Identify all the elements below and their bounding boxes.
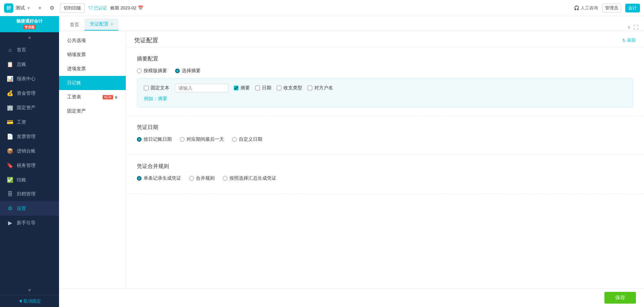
settings-button[interactable]: ⚙ — [47, 3, 57, 13]
trading-icon: 📦 — [7, 148, 13, 154]
journal-date-option[interactable]: 按日记账日期 — [137, 136, 172, 142]
left-nav-payroll[interactable]: 工资表 NEW ∨ — [59, 90, 126, 104]
abstract-option[interactable]: 摘要 — [234, 85, 250, 91]
sidebar-item-ledger[interactable]: 📋 总账 — [0, 57, 59, 72]
counterparty-checkbox[interactable] — [308, 86, 312, 90]
sidebar-item-invoice[interactable]: 📄 发票管理 — [0, 129, 59, 144]
tab-close-icon[interactable]: × — [111, 22, 113, 27]
close-window-button[interactable]: × — [628, 25, 631, 31]
income-type-option[interactable]: 收支类型 — [277, 85, 302, 91]
home-icon: ⌂ — [7, 47, 13, 53]
consult-button[interactable]: 🎧 人工咨询 — [574, 5, 598, 11]
topbar-icons: + ⚙ — [35, 3, 57, 13]
cancel-fixed-button[interactable]: ◀ 取消固定 — [0, 295, 59, 307]
guide-icon: ▶ — [7, 220, 13, 226]
settings-icon: ⚙ — [7, 205, 13, 212]
income-type-checkbox[interactable] — [277, 86, 281, 90]
topbar: 好 测试 ▼ + ⚙ 切到旧版 🛡 已认证 账期 2023-02 📅 🎧 人工咨… — [0, 0, 644, 16]
select-abstract-option[interactable]: 选择摘要 — [175, 68, 201, 74]
shield-icon: 🛡 — [88, 5, 93, 10]
capital-icon: 💰 — [7, 90, 13, 96]
sidebar-scroll-up[interactable]: ▲ — [0, 32, 59, 42]
page-title: 凭证配置 — [134, 36, 158, 44]
sidebar-item-assets[interactable]: 🏢 固定资产 — [0, 100, 59, 115]
selected-summary-option[interactable]: 按照选择汇总生成凭证 — [223, 175, 276, 181]
sidebar-item-home[interactable]: ⌂ 首页 — [0, 43, 59, 57]
accountant-button[interactable]: 会计 — [625, 4, 640, 12]
voucher-date-title: 凭证日期 — [137, 124, 633, 131]
counterparty-option[interactable]: 对方户名 — [308, 85, 333, 91]
sidebar-item-archive[interactable]: 🗄 归档管理 — [0, 187, 59, 201]
fixed-text-input[interactable] — [175, 84, 228, 92]
headset-icon: 🎧 — [574, 5, 579, 10]
page-header: 凭证配置 ↻ 刷新 — [126, 31, 644, 47]
last-day-radio[interactable] — [180, 137, 184, 142]
single-record-radio[interactable] — [137, 176, 142, 181]
tab-home[interactable]: 首页 — [64, 19, 85, 31]
sidebar-logo: 畅捷通好会计 专业版 — [0, 16, 59, 32]
merge-rule-radio[interactable] — [189, 176, 194, 181]
select-abstract-radio[interactable] — [175, 69, 180, 73]
right-content: 凭证配置 ↻ 刷新 摘要配置 按模版摘要 — [126, 31, 644, 288]
left-nav-purchase[interactable]: 进项发票 — [59, 62, 126, 76]
tax-icon: 🔖 — [7, 162, 13, 169]
sidebar-item-settings[interactable]: ⚙ 设置 — [0, 201, 59, 216]
sidebar-item-tax[interactable]: 🔖 税务管理 — [0, 158, 59, 173]
merge-rule-option[interactable]: 合并规则 — [189, 175, 215, 181]
switch-old-button[interactable]: 切到旧版 — [60, 3, 85, 13]
manager-button[interactable]: 管理员 — [602, 4, 621, 12]
sidebar: 畅捷通好会计 专业版 ▲ ⌂ 首页 📋 总账 📊 报表中心 💰 资金管理 — [0, 16, 59, 307]
sidebar-scroll-down[interactable]: ▼ — [0, 286, 59, 295]
custom-date-radio[interactable] — [232, 137, 237, 142]
date-checkbox[interactable] — [255, 86, 260, 90]
bottom-bar: 保存 — [59, 288, 644, 307]
left-nav-journal[interactable]: 日记账 — [59, 76, 126, 90]
last-day-option[interactable]: 对应期间最后一天 — [180, 136, 224, 142]
tab-voucher-config[interactable]: 凭证配置 × — [85, 18, 118, 31]
company-selector[interactable]: 好 测试 ▼ — [4, 3, 31, 13]
save-button[interactable]: 保存 — [604, 292, 636, 304]
date-option[interactable]: 日期 — [255, 85, 271, 91]
fixed-text-checkbox[interactable] — [144, 86, 149, 90]
sidebar-item-capital[interactable]: 💰 资金管理 — [0, 86, 59, 100]
abstract-section-title: 摘要配置 — [137, 55, 633, 62]
sidebar-item-trading[interactable]: 📦 进销台账 — [0, 144, 59, 158]
abstract-config-row: 固定文本 摘要 日期 — [144, 84, 626, 92]
refresh-button[interactable]: ↻ 刷新 — [622, 37, 636, 43]
company-name: 测试 — [15, 5, 25, 11]
sidebar-item-salary[interactable]: 💳 工资 — [0, 115, 59, 129]
merge-rules-title: 凭证合并规则 — [137, 163, 633, 170]
company-logo-icon: 好 — [4, 3, 13, 13]
tabs-bar: 首页 凭证配置 × × ⛶ — [59, 16, 644, 31]
left-nav-sales[interactable]: 销项发票 — [59, 48, 126, 62]
template-abstract-option[interactable]: 按模版摘要 — [137, 68, 167, 74]
sidebar-item-reports[interactable]: 📊 报表中心 — [0, 72, 59, 86]
voucher-date-radio-group: 按日记账日期 对应期间最后一天 自定义日期 — [137, 136, 633, 142]
checkout-icon: ✅ — [7, 177, 13, 183]
selected-summary-radio[interactable] — [223, 176, 227, 181]
left-nav-public[interactable]: 公共选项 — [59, 34, 126, 48]
abstract-checkbox[interactable] — [234, 86, 238, 90]
left-nav-fixed-assets[interactable]: 固定资产 — [59, 104, 126, 118]
sidebar-item-checkout[interactable]: ✅ 结账 — [0, 173, 59, 187]
abstract-config-box: 固定文本 摘要 日期 — [137, 78, 633, 107]
tab-actions: × ⛶ — [628, 25, 639, 31]
sidebar-item-guide[interactable]: ▶ 新手引导 — [0, 216, 59, 230]
voucher-date-section: 凭证日期 按日记账日期 对应期间最后一天 自定义日期 — [126, 116, 644, 155]
left-nav: 公共选项 销项发票 进项发票 日记账 工资表 NEW ∨ — [59, 31, 126, 288]
salary-icon: 💳 — [7, 119, 13, 125]
journal-date-radio[interactable] — [137, 137, 142, 142]
spacer — [126, 194, 644, 221]
abstract-radio-group: 按模版摘要 选择摘要 — [137, 68, 633, 74]
single-record-option[interactable]: 单条记录生成凭证 — [137, 175, 181, 181]
logo-sub: 专业版 — [23, 25, 36, 29]
expand-window-button[interactable]: ⛶ — [633, 25, 639, 31]
company-arrow-icon[interactable]: ▼ — [27, 6, 31, 10]
custom-date-option[interactable]: 自定义日期 — [232, 136, 262, 142]
template-abstract-radio[interactable] — [137, 69, 142, 73]
merge-rules-section: 凭证合并规则 单条记录生成凭证 合并规则 按照选择汇总生成凭证 — [126, 155, 644, 194]
calendar-icon[interactable]: 📅 — [138, 5, 143, 10]
add-button[interactable]: + — [35, 3, 45, 13]
fixed-text-option[interactable]: 固定文本 — [144, 85, 169, 91]
abstract-section: 摘要配置 按模版摘要 选择摘要 — [126, 47, 644, 116]
